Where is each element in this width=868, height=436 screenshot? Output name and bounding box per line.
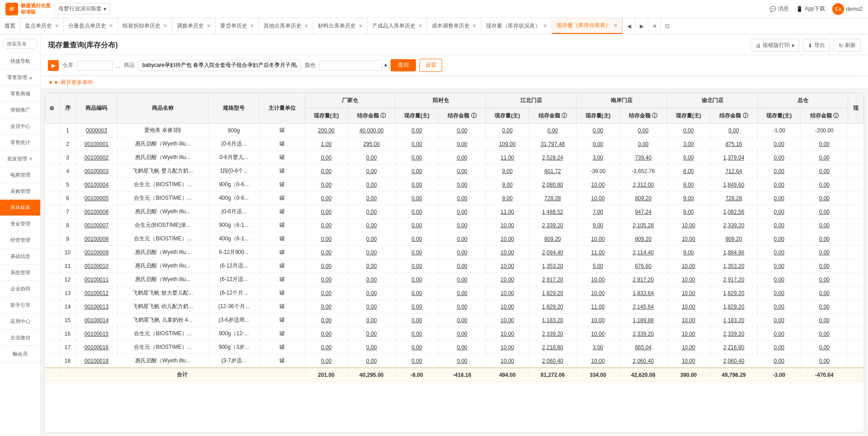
table-cell[interactable]: 00100004 [76,178,118,192]
sidebar-item-ecommerce[interactable]: 电商管理 [0,167,40,183]
table-cell-value[interactable]: 1,189.88 [619,314,667,327]
warehouse-ellipsis[interactable]: ... [115,62,120,69]
table-cell-value[interactable]: 0.00 [439,164,486,178]
table-cell-value[interactable]: 0.00 [439,137,486,151]
table-cell-value[interactable]: 8.00 [667,164,710,178]
tab-cost-adj[interactable]: 成本调整单历史 ✕ [427,18,481,34]
sidebar-item-retail-mgmt[interactable]: 零售管理 ▲ [0,70,40,86]
table-cell-value[interactable]: 0.00 [305,314,348,327]
table-cell-value[interactable]: 10.00 [667,259,710,273]
table-cell-value[interactable]: 0.00 [395,354,438,368]
table-cell-value[interactable]: -3,652.76 [619,164,667,178]
table-cell-value[interactable]: 0.00 [395,178,438,192]
table-cell-value[interactable]: 0.00 [758,354,801,368]
table-cell-value[interactable]: 0.00 [576,137,619,151]
table-cell[interactable]: 00100006 [76,205,118,219]
table-cell-value[interactable]: 728.28 [710,192,757,205]
message-btn[interactable]: 💬 消息 [769,5,789,13]
table-cell-value[interactable]: 0.00 [395,314,438,327]
table-cell-value[interactable]: 0.00 [395,327,438,341]
store-select[interactable]: 母婴行业演示陈套 ▾ [54,3,110,14]
table-cell-value[interactable]: 2,114.40 [619,246,667,259]
tab-close-icon[interactable]: ✕ [418,23,422,29]
table-cell-value[interactable]: 809.20 [529,232,576,246]
table-cell-value[interactable]: 0.00 [305,178,348,192]
sidebar-item-quick-nav[interactable]: 快捷导航 [0,53,40,70]
table-cell-value[interactable]: 2,917.20 [619,273,667,286]
table-cell-value[interactable]: 0.00 [801,232,848,246]
table-cell-value[interactable]: 3.00 [576,151,619,164]
table-cell-value[interactable]: 10.00 [667,354,710,368]
tab-close-all-btn[interactable]: ✕ [648,18,660,34]
table-cell-value[interactable]: 0.00 [348,259,395,273]
table-cell-value[interactable]: 10.00 [486,314,529,327]
table-cell-value[interactable]: 10.00 [667,232,710,246]
table-cell[interactable]: 00100008 [76,232,118,246]
table-cell-value[interactable]: 11.00 [576,246,619,259]
table-cell-value[interactable]: -39.00 [576,164,619,178]
table-cell-value[interactable]: 10.00 [667,286,710,300]
color-dropdown-icon[interactable]: ▾ [384,62,387,69]
tab-combine[interactable]: 组装拆卸单历史 ✕ [118,18,172,34]
search-input[interactable] [3,39,38,49]
tab-product-in[interactable]: 产成品入库单历史 ✕ [368,18,427,34]
table-cell-value[interactable]: 0.00 [619,124,667,137]
table-cell-value[interactable]: 0.00 [439,273,486,286]
table-cell-value[interactable]: 0.00 [305,192,348,205]
table-cell-value[interactable]: 200.00 [305,124,348,137]
table-cell[interactable]: 00100002 [76,151,118,164]
table-cell-value[interactable]: 9.00 [576,219,619,232]
sidebar-item-stock[interactable]: 库存核算 [0,200,40,216]
table-cell-value[interactable]: 2,339.20 [529,327,576,341]
table-cell-value[interactable]: 0.00 [395,246,438,259]
table-cell-value[interactable]: 728.28 [529,192,576,205]
table-cell-value[interactable]: 0.00 [305,164,348,178]
table-cell-value[interactable]: 10.00 [576,286,619,300]
tab-requisition[interactable]: 要货单历史 ✕ [216,18,259,34]
table-cell-value[interactable]: 1,833.64 [619,286,667,300]
sidebar-item-member[interactable]: 会员中心 [0,118,40,135]
table-cell-value[interactable]: 10.00 [667,273,710,286]
table-cell-value[interactable]: 0.00 [395,192,438,205]
table-cell-value[interactable]: 801.72 [529,164,576,178]
table-cell-value[interactable]: 809.20 [710,232,757,246]
tab-close-icon[interactable]: ✕ [163,23,167,29]
table-cell-value[interactable]: 3.00 [667,137,710,151]
table-cell-value[interactable]: 0.00 [395,219,438,232]
table-cell-value[interactable]: 10.00 [667,314,710,327]
setting-btn[interactable]: 设置 [420,59,442,72]
table-cell-value[interactable]: 1,379.04 [710,151,757,164]
sidebar-item-new-guide[interactable]: 新手引导 [0,297,40,314]
table-cell-value[interactable]: 0.00 [348,232,395,246]
table-cell-value[interactable]: 0.00 [305,341,348,354]
table-cell-value[interactable]: 10.00 [576,314,619,327]
tab-close-icon[interactable]: ✕ [543,23,547,29]
table-cell-value[interactable]: 9.00 [486,178,529,192]
table-cell[interactable]: 00100003 [76,164,118,178]
table-cell[interactable]: 00100012 [76,286,118,300]
tab-expand-btn[interactable]: ⊡ [660,18,673,34]
table-cell[interactable]: 00100001 [76,137,118,151]
table-cell-value[interactable]: -1.00 [758,124,801,137]
table-cell[interactable]: 00100005 [76,192,118,205]
table-cell-value[interactable]: 9.00 [486,192,529,205]
table-cell-value[interactable]: 0.00 [439,151,486,164]
table-cell-value[interactable]: 0.00 [348,273,395,286]
table-cell-value[interactable]: 10.00 [486,246,529,259]
table-cell-value[interactable]: 1,082.56 [710,205,757,219]
tab-close-icon[interactable]: ✕ [55,23,59,29]
table-cell-value[interactable]: 0.00 [758,232,801,246]
table-cell-value[interactable]: 2,339.20 [710,327,757,341]
table-cell-value[interactable]: 0.00 [439,259,486,273]
table-cell-value[interactable]: 0.00 [395,124,438,137]
table-cell-value[interactable]: 8.00 [667,205,710,219]
table-cell-value[interactable]: 0.00 [305,327,348,341]
table-cell-value[interactable]: 809.20 [619,192,667,205]
tab-transfer[interactable]: 调拨单历史 ✕ [172,18,216,34]
table-cell-value[interactable]: 0.00 [305,300,348,314]
table-cell-value[interactable]: 0.00 [801,246,848,259]
sidebar-item-retail-stats[interactable]: 零售统计 [0,135,40,151]
table-cell-value[interactable]: 295.00 [348,137,395,151]
table-cell-value[interactable]: 109.00 [486,137,529,151]
tab-close-icon[interactable]: ✕ [250,23,254,29]
